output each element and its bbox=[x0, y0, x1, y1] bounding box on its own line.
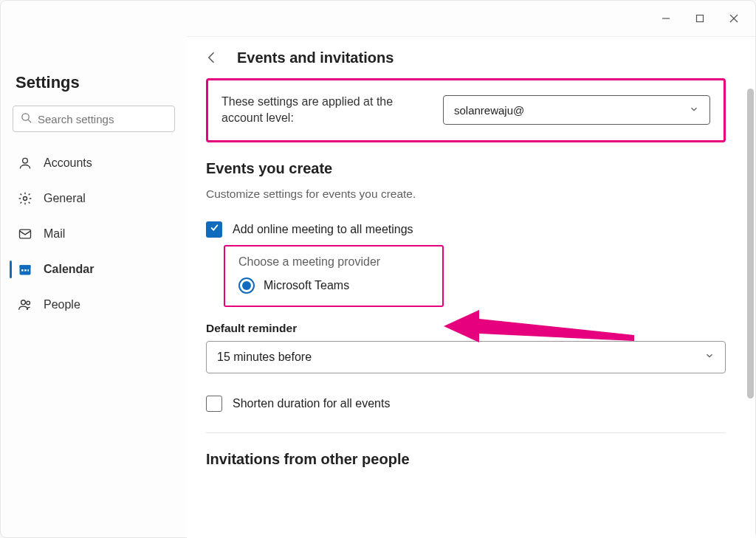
add-online-meeting-checkbox-row[interactable]: Add online meeting to all meetings bbox=[206, 221, 726, 238]
scrollbar-thumb[interactable] bbox=[747, 89, 754, 399]
shorten-duration-label: Shorten duration for all events bbox=[233, 397, 390, 410]
svg-rect-8 bbox=[20, 230, 31, 238]
sidebar-item-label: Mail bbox=[44, 227, 65, 241]
person-icon bbox=[17, 155, 33, 171]
sidebar-item-label: General bbox=[44, 192, 86, 205]
svg-line-5 bbox=[28, 120, 31, 123]
svg-rect-1 bbox=[697, 15, 704, 22]
svg-rect-13 bbox=[27, 269, 29, 272]
svg-rect-12 bbox=[24, 269, 27, 272]
default-reminder-label: Default reminder bbox=[206, 322, 726, 335]
section-divider bbox=[206, 432, 726, 433]
check-icon bbox=[209, 222, 220, 236]
settings-title: Settings bbox=[10, 36, 178, 106]
meeting-provider-radio-teams[interactable]: Microsoft Teams bbox=[238, 277, 429, 294]
search-field[interactable] bbox=[38, 113, 167, 125]
default-reminder-value: 15 minutes before bbox=[217, 351, 312, 364]
chevron-down-icon bbox=[689, 104, 699, 117]
meeting-provider-block: Choose a meeting provider Microsoft Team… bbox=[224, 245, 444, 307]
sidebar-item-mail[interactable]: Mail bbox=[10, 218, 178, 250]
account-level-label: These settings are applied at the accoun… bbox=[221, 94, 413, 127]
invitations-section-title: Invitations from other people bbox=[206, 451, 726, 468]
add-online-meeting-label: Add online meeting to all meetings bbox=[233, 223, 413, 236]
maximize-button[interactable] bbox=[683, 7, 717, 30]
svg-point-4 bbox=[22, 113, 29, 120]
search-settings-input[interactable] bbox=[13, 106, 175, 132]
add-online-meeting-checkbox[interactable] bbox=[206, 221, 222, 238]
back-button[interactable] bbox=[202, 47, 222, 68]
sidebar-item-general[interactable]: General bbox=[10, 182, 178, 215]
chevron-down-icon bbox=[704, 351, 715, 364]
close-button[interactable] bbox=[717, 7, 751, 30]
sidebar-item-calendar[interactable]: Calendar bbox=[10, 253, 178, 286]
window-titlebar bbox=[1, 1, 755, 36]
svg-point-7 bbox=[24, 197, 27, 201]
shorten-duration-checkbox[interactable] bbox=[206, 396, 222, 412]
content-panel: Events and invitations These settings ar… bbox=[187, 36, 755, 538]
mail-icon bbox=[17, 226, 33, 242]
account-select[interactable]: solanrewaju@ bbox=[443, 95, 710, 125]
minimize-button[interactable] bbox=[649, 7, 683, 30]
default-reminder-select[interactable]: 15 minutes before bbox=[206, 341, 726, 373]
shorten-duration-checkbox-row[interactable]: Shorten duration for all events bbox=[206, 396, 726, 412]
svg-rect-10 bbox=[20, 265, 31, 267]
page-title: Events and invitations bbox=[237, 49, 394, 66]
radio-selected-icon bbox=[238, 277, 255, 294]
gear-icon bbox=[17, 190, 33, 207]
people-icon bbox=[17, 297, 33, 313]
svg-rect-11 bbox=[21, 269, 24, 272]
sidebar-item-label: Calendar bbox=[44, 263, 94, 276]
calendar-icon bbox=[17, 261, 33, 277]
content-header: Events and invitations bbox=[187, 37, 755, 78]
search-icon bbox=[21, 112, 38, 126]
settings-window: Settings Accounts Genera bbox=[0, 0, 756, 538]
events-create-desc: Customize settings for events you create… bbox=[206, 187, 726, 201]
scroll-area: These settings are applied at the accoun… bbox=[187, 78, 745, 538]
events-create-title: Events you create bbox=[206, 160, 726, 177]
sidebar-item-label: People bbox=[44, 298, 80, 311]
meeting-provider-label: Choose a meeting provider bbox=[238, 255, 429, 269]
svg-point-15 bbox=[27, 301, 30, 305]
settings-sidebar: Settings Accounts Genera bbox=[1, 36, 187, 538]
svg-point-6 bbox=[23, 158, 28, 163]
sidebar-item-people[interactable]: People bbox=[10, 289, 178, 321]
svg-point-14 bbox=[21, 300, 26, 305]
meeting-provider-option-label: Microsoft Teams bbox=[264, 279, 349, 292]
account-selected-value: solanrewaju@ bbox=[454, 104, 524, 117]
sidebar-item-label: Accounts bbox=[44, 156, 92, 170]
account-level-block: These settings are applied at the accoun… bbox=[206, 78, 726, 142]
sidebar-item-accounts[interactable]: Accounts bbox=[10, 147, 178, 179]
